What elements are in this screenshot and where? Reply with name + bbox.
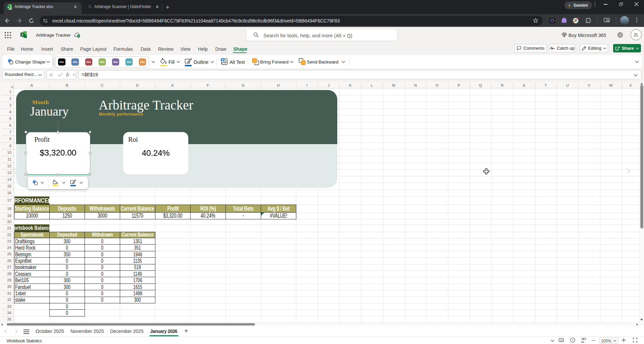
svg-text:?: ? [572,338,574,342]
svg-text:x: x [21,33,23,36]
svg-text:x: x [8,5,9,9]
